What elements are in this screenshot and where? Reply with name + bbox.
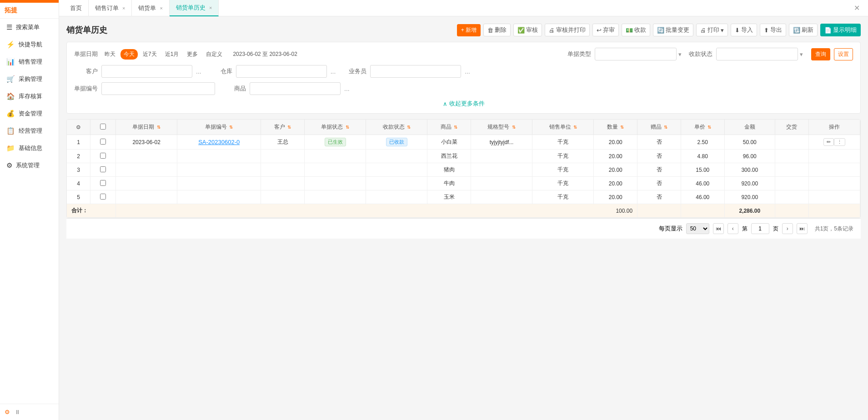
- tab-sales-history[interactable]: 销货单历史 ×: [170, 0, 219, 16]
- audit-button[interactable]: ✅ 审核: [513, 24, 542, 36]
- salesperson-dot-btn[interactable]: ...: [465, 68, 470, 75]
- col-settings[interactable]: ⚙: [67, 120, 90, 135]
- cell-check[interactable]: [90, 177, 116, 190]
- col-pay-status[interactable]: 收款状态 ⇅: [366, 120, 427, 135]
- print-button[interactable]: 🖨 打印 ▾: [696, 24, 728, 36]
- settings-filter-button[interactable]: 设置: [834, 48, 853, 60]
- payment-status-input[interactable]: [716, 48, 798, 60]
- query-button[interactable]: 查询: [811, 48, 830, 60]
- col-doc-status[interactable]: 单据状态 ⇅: [304, 120, 366, 135]
- row-checkbox[interactable]: [100, 139, 106, 145]
- cell-doc-no[interactable]: [177, 190, 261, 204]
- col-doc-no[interactable]: 单据编号 ⇅: [177, 120, 261, 135]
- cell-check[interactable]: [90, 163, 116, 177]
- cell-doc-no[interactable]: [177, 150, 261, 163]
- doc-type-dropdown[interactable]: ▾: [595, 48, 682, 60]
- last-page-btn[interactable]: ⏭: [797, 223, 808, 234]
- tab-close-all[interactable]: ✕: [850, 4, 863, 12]
- row-checkbox[interactable]: [100, 153, 106, 159]
- goods-input[interactable]: [250, 82, 341, 95]
- audit-print-button[interactable]: 🖨 审核并打印: [545, 24, 590, 36]
- warehouse-dot-btn[interactable]: ...: [331, 68, 336, 75]
- doc-type-input[interactable]: [595, 48, 677, 60]
- sidebar-item-search-menu[interactable]: ☰ 搜索菜单: [0, 19, 59, 36]
- col-qty[interactable]: 数量 ⇅: [594, 120, 637, 135]
- cell-action[interactable]: [808, 163, 860, 177]
- tab-home[interactable]: 首页: [64, 0, 89, 16]
- collapse-button[interactable]: ∧ 收起更多条件: [74, 100, 853, 108]
- abandon-button[interactable]: ↩ 弃审: [592, 24, 619, 36]
- cell-doc-no[interactable]: [177, 177, 261, 190]
- batch-change-button[interactable]: 🔄 批量变更: [653, 24, 693, 36]
- col-date[interactable]: 单据日期 ⇅: [116, 120, 177, 135]
- next-page-btn[interactable]: ›: [782, 223, 793, 234]
- col-unit[interactable]: 销售单位 ⇅: [532, 120, 594, 135]
- sidebar-item-sales-mgmt[interactable]: 📊 销售管理: [0, 53, 59, 70]
- page-size-select[interactable]: 50 100 200: [686, 223, 709, 234]
- cell-doc-no[interactable]: SA-20230602-0: [177, 135, 261, 150]
- cell-action[interactable]: [808, 150, 860, 163]
- doc-no-input[interactable]: [101, 82, 215, 95]
- col-customer[interactable]: 客户 ⇅: [261, 120, 305, 135]
- date-btn-1month[interactable]: 近1月: [162, 49, 182, 60]
- cell-doc-no[interactable]: [177, 163, 261, 177]
- cell-check[interactable]: [90, 150, 116, 163]
- date-btn-7days[interactable]: 近7天: [140, 49, 160, 60]
- date-btn-more[interactable]: 更多: [184, 49, 201, 60]
- tab-close-sales-order[interactable]: ×: [122, 5, 125, 11]
- col-spec[interactable]: 规格型号 ⇅: [471, 120, 532, 135]
- payment-status-dropdown[interactable]: ▾: [716, 48, 803, 60]
- doc-no-link[interactable]: SA-20230602-0: [198, 139, 240, 145]
- edit-action-btn[interactable]: ✏: [823, 138, 834, 146]
- tab-sales-goods[interactable]: 销货单 ×: [132, 0, 169, 16]
- cell-check[interactable]: [90, 135, 116, 150]
- prev-page-btn[interactable]: ‹: [728, 223, 738, 234]
- sidebar-collapse-icon[interactable]: ⏸: [15, 409, 20, 415]
- tab-close-sales-history[interactable]: ×: [209, 5, 212, 10]
- page-number-input[interactable]: [751, 223, 769, 234]
- import-button[interactable]: ⬇ 导入: [731, 24, 757, 36]
- warehouse-input[interactable]: [236, 65, 327, 78]
- first-page-btn[interactable]: ⏮: [713, 223, 724, 234]
- row-checkbox[interactable]: [100, 180, 106, 186]
- more-action-btn[interactable]: ⋮: [834, 138, 845, 146]
- customer-input[interactable]: [101, 65, 192, 78]
- customer-dot-btn[interactable]: ...: [196, 68, 201, 75]
- sidebar-item-basic-info[interactable]: 📁 基础信息: [0, 140, 59, 157]
- col-gift[interactable]: 赠品 ⇅: [637, 120, 681, 135]
- inventory-icon: 🏠: [6, 92, 15, 100]
- sidebar-item-finance[interactable]: 💰 资金管理: [0, 105, 59, 122]
- select-all-checkbox[interactable]: [100, 124, 106, 130]
- tab-close-sales-goods[interactable]: ×: [160, 5, 162, 11]
- tab-sales-order[interactable]: 销售订单 ×: [89, 0, 132, 16]
- sidebar-item-inventory[interactable]: 🏠 库存核算: [0, 88, 59, 105]
- collect-button[interactable]: 💵 收款: [622, 24, 650, 36]
- sidebar-item-operations[interactable]: 📋 经营管理: [0, 122, 59, 140]
- col-goods[interactable]: 商品 ⇅: [427, 120, 471, 135]
- refresh-button[interactable]: 🔃 刷新: [789, 24, 818, 36]
- row-checkbox[interactable]: [100, 194, 106, 200]
- col-check[interactable]: [90, 120, 116, 135]
- date-btn-today[interactable]: 今天: [120, 49, 138, 60]
- cell-check[interactable]: [90, 190, 116, 204]
- goods-dot-btn[interactable]: ...: [344, 85, 350, 92]
- sidebar-item-quick-nav[interactable]: ⚡ 快捷导航: [0, 36, 59, 53]
- cell-doc-status: [304, 150, 366, 163]
- export-button[interactable]: ⬆ 导出: [760, 24, 786, 36]
- date-btn-custom[interactable]: 自定义: [203, 49, 226, 60]
- cell-action[interactable]: ✏⋮: [808, 135, 860, 150]
- row-checkbox[interactable]: [100, 166, 106, 172]
- show-detail-button[interactable]: 📄 显示明细: [820, 24, 861, 36]
- audit-print-icon: 🖨: [549, 27, 555, 34]
- date-label: 单据日期: [74, 50, 98, 58]
- col-price[interactable]: 单价 ⇅: [681, 120, 724, 135]
- delete-button[interactable]: 🗑 删除: [483, 24, 511, 36]
- date-btn-yesterday[interactable]: 昨天: [101, 49, 119, 60]
- salesperson-input[interactable]: [370, 65, 461, 78]
- cell-action[interactable]: [808, 177, 860, 190]
- sidebar-item-purchase-mgmt[interactable]: 🛒 采购管理: [0, 70, 59, 88]
- cell-action[interactable]: [808, 190, 860, 204]
- new-button[interactable]: + 新增: [457, 24, 481, 36]
- sidebar-gear-icon[interactable]: ⚙: [5, 409, 10, 415]
- sidebar-item-sys-mgmt[interactable]: ⚙ 系统管理: [0, 157, 59, 174]
